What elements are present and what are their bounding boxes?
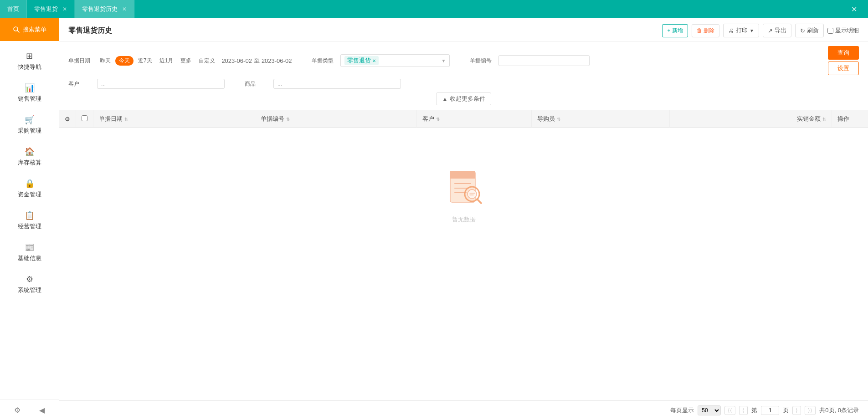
sales-icon: 📊 [25, 83, 35, 93]
refresh-button[interactable]: ↻ 刷新 [795, 24, 824, 37]
settings-button[interactable]: 设置 [828, 61, 859, 75]
th-settings[interactable]: ⚙ [59, 110, 76, 128]
goods-select[interactable]: ... [273, 79, 401, 89]
tab-retail-return[interactable]: 零售退货 ✕ [27, 0, 75, 18]
th-date[interactable]: 单据日期 ⇅ [93, 110, 255, 128]
voucher-type-tag-close[interactable]: ✕ [372, 58, 376, 63]
delete-button[interactable]: 🗑 删除 [692, 24, 719, 37]
voucher-no-label: 单据编号 [470, 57, 495, 65]
voucher-type-label: 单据类型 [312, 57, 337, 65]
collapse-btn[interactable]: ▲ 收起更多条件 [436, 92, 491, 105]
sidebar-item-inventory[interactable]: 🏠 库存核算 [3, 141, 56, 172]
add-button[interactable]: + 新增 [662, 24, 688, 37]
svg-line-11 [477, 199, 481, 203]
window-close-btn[interactable]: ✕ [847, 5, 861, 14]
collapse-up-icon: ▲ [442, 96, 448, 102]
data-table: ⚙ 单据日期 ⇅ 单据编号 [59, 110, 868, 260]
page-input[interactable]: 1 [761, 406, 779, 415]
sidebar-search-btn[interactable]: 搜索菜单 [0, 18, 59, 41]
per-page-select[interactable]: 20 50 100 [698, 405, 721, 415]
filter-voucher-type: 单据类型 零售退货 ✕ ▼ [312, 54, 450, 67]
sidebar-collapse-icon[interactable]: ◀ [39, 406, 45, 415]
per-page-label: 每页显示 [670, 406, 694, 415]
top-bar-right: ✕ [847, 5, 868, 14]
last-page-btn[interactable]: ⟩⟩ [805, 406, 816, 415]
th-check[interactable] [76, 110, 93, 128]
filter-date: 单据日期 昨天 今天 近7天 近1月 更多 自定义 2023-06-02 至 2… [68, 56, 292, 66]
date-input-range: 2023-06-02 至 2023-06-02 [221, 56, 292, 65]
query-button[interactable]: 查询 [828, 46, 859, 60]
print-arrow: ▼ [750, 28, 754, 33]
date-today-btn[interactable]: 今天 [115, 56, 134, 66]
voucher-type-select[interactable]: 零售退货 ✕ ▼ [340, 54, 450, 67]
customer-sort-icon: ⇅ [436, 117, 440, 122]
next-page-btn[interactable]: ⟩ [792, 406, 801, 415]
sidebar-item-finance[interactable]: 🔒 资金管理 [3, 173, 56, 204]
filter-actions: 查询 设置 [828, 46, 859, 75]
customer-placeholder: ... [101, 81, 106, 87]
sidebar-item-label: 系统管理 [18, 286, 41, 294]
export-button[interactable]: ↗ 导出 [763, 24, 791, 37]
date-yesterday-btn[interactable]: 昨天 [97, 56, 113, 66]
sidebar-item-system-mgmt[interactable]: ⚙ 系统管理 [3, 269, 56, 300]
page-suffix: 页 [783, 406, 789, 415]
tab-home[interactable]: 首页 [0, 0, 27, 18]
th-guide-label: 导购员 [537, 115, 555, 123]
th-voucher-no[interactable]: 单据编号 ⇅ [255, 110, 417, 128]
voucher-type-arrow: ▼ [441, 58, 446, 63]
th-date-label: 单据日期 [99, 115, 123, 123]
sidebar-bottom: ⚙ ◀ [0, 400, 59, 420]
sidebar-item-basic-info[interactable]: 📰 基础信息 [3, 237, 56, 268]
sidebar-item-sales-mgmt[interactable]: 📊 销售管理 [3, 77, 56, 108]
th-operation-label: 操作 [837, 115, 849, 122]
sidebar-item-quick-nav[interactable]: ⊞ 快捷导航 [3, 46, 56, 77]
settings-icon: ⚙ [65, 116, 70, 123]
print-button[interactable]: 🖨 打印 ▼ [723, 24, 759, 37]
date-sort-icon: ⇅ [124, 117, 128, 122]
goods-label: 商品 [245, 80, 270, 88]
sidebar-settings-icon[interactable]: ⚙ [14, 406, 21, 415]
empty-state: 暂无数据 [59, 128, 868, 260]
tab-retail-return-history-close[interactable]: ✕ [122, 6, 127, 12]
sidebar-item-purchase-mgmt[interactable]: 🛒 采购管理 [3, 109, 56, 140]
pagination-summary: 共0页, 0条记录 [819, 406, 859, 415]
first-page-btn[interactable]: ⟨⟨ [724, 406, 735, 415]
toolbar-buttons: + 新增 🗑 删除 🖨 打印 ▼ ↗ 导出 ↻ 刷新 显示明细 [662, 24, 859, 37]
display-detail-checkbox-label[interactable]: 显示明细 [827, 26, 859, 35]
date-more-btn[interactable]: 更多 [178, 56, 194, 66]
date-custom-btn[interactable]: 自定义 [196, 56, 218, 66]
filter-area: 单据日期 昨天 今天 近7天 近1月 更多 自定义 2023-06-02 至 2… [59, 41, 868, 110]
tab-retail-return-history[interactable]: 零售退货历史 ✕ [75, 0, 134, 18]
tab-retail-return-history-label: 零售退货历史 [82, 5, 118, 13]
tab-retail-return-label: 零售退货 [34, 5, 58, 13]
tab-retail-return-close[interactable]: ✕ [62, 6, 67, 12]
th-customer[interactable]: 客户 ⇅ [417, 110, 531, 128]
select-all-checkbox[interactable] [82, 115, 87, 121]
sidebar-item-operations[interactable]: 📋 经营管理 [3, 205, 56, 236]
main-layout: 搜索菜单 ⊞ 快捷导航 📊 销售管理 🛒 采购管理 🏠 库存核算 🔒 资金管理 [0, 18, 868, 420]
sidebar-item-label: 库存核算 [18, 159, 41, 167]
prev-page-btn[interactable]: ⟨ [739, 406, 748, 415]
tab-home-label: 首页 [7, 5, 19, 13]
svg-line-1 [17, 31, 19, 32]
date-1month-btn[interactable]: 近1月 [157, 56, 176, 66]
system-icon: ⚙ [26, 274, 33, 284]
refresh-label: 刷新 [807, 26, 819, 35]
display-detail-checkbox[interactable] [827, 28, 833, 34]
search-icon [13, 26, 20, 33]
customer-select[interactable]: ... [97, 79, 225, 89]
tab-list: 首页 零售退货 ✕ 零售退货历史 ✕ [0, 0, 847, 18]
sidebar: 搜索菜单 ⊞ 快捷导航 📊 销售管理 🛒 采购管理 🏠 库存核算 🔒 资金管理 [0, 18, 59, 420]
sidebar-search-label: 搜索菜单 [23, 26, 46, 34]
customer-label: 客户 [68, 80, 93, 88]
voucher-no-input[interactable] [498, 55, 590, 66]
date-quick-group: 昨天 今天 近7天 近1月 更多 自定义 [97, 56, 218, 66]
empty-icon [441, 164, 487, 210]
refresh-icon: ↻ [800, 27, 805, 34]
date-7days-btn[interactable]: 近7天 [135, 56, 155, 66]
th-guide[interactable]: 导购员 ⇅ [531, 110, 669, 128]
svg-rect-5 [450, 177, 475, 179]
print-label: 打印 [736, 26, 748, 35]
th-amount[interactable]: 实销金额 ⇅ [670, 110, 832, 128]
voucher-type-tag: 零售退货 ✕ [344, 56, 379, 65]
